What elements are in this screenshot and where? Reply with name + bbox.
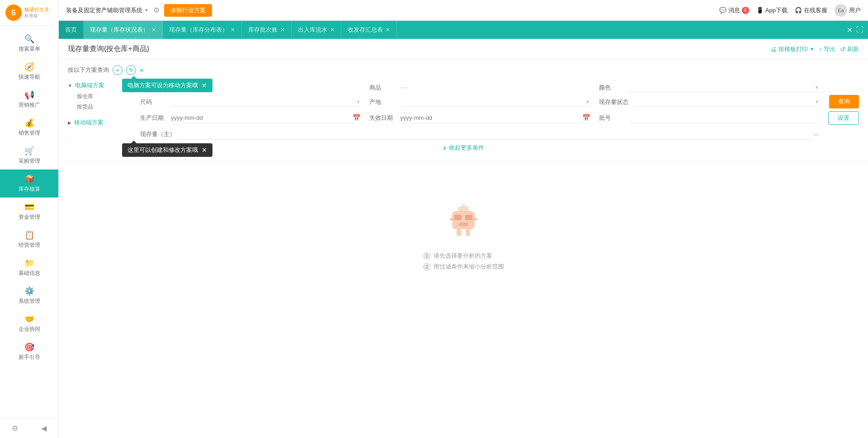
system-selector[interactable]: 装备及固定资产辅助管理系统 ▼ [66, 6, 149, 14]
tab-stock-status-close[interactable]: ✕ [151, 27, 156, 33]
print-label: 按模板打印 [778, 45, 808, 53]
export-action[interactable]: ↑ 导出 [819, 45, 835, 53]
size-select[interactable]: ▼ [171, 98, 360, 107]
stock-status-select[interactable]: ▼ [632, 98, 819, 107]
production-date-calendar-icon[interactable]: 📅 [353, 114, 360, 121]
system-dropdown-icon: ▼ [144, 8, 149, 13]
stock-main-dash: — [813, 131, 819, 138]
online-support-action[interactable]: 🎧 在线客服 [795, 6, 827, 14]
header-left: 装备及固定资产辅助管理系统 ▼ ⚙ 体验行业方案 [66, 4, 212, 17]
print-action[interactable]: 🖨 按模板打印 ▼ [770, 45, 814, 53]
user-action[interactable]: Ea 用户 [835, 4, 861, 17]
sidebar-item-inventory[interactable]: 📦 库存核算 [0, 170, 58, 198]
empty-tip-2: 2 用过滤条件来缩小分析范围 [423, 263, 504, 271]
scheme-tree: ▼ 电脑端方案 按仓库 按货品 [68, 80, 131, 112]
tab-flow[interactable]: 出入库流水 ✕ [292, 21, 341, 39]
svg-rect-1 [454, 215, 462, 220]
goods-dots[interactable]: ··· [400, 84, 409, 92]
logo-area: 6 畅通好生意 标准版 [0, 0, 58, 26]
system-name-label: 装备及固定资产辅助管理系统 [66, 6, 142, 14]
refresh-action[interactable]: ↺ 刷新 [840, 45, 859, 53]
tab-stock-status[interactable]: 现存量（库存状况表） ✕ [84, 21, 163, 39]
main-content: 现存量查询(按仓库+商品) 🖨 按模板打印 ▼ ↑ 导出 ↺ 刷新 [59, 39, 868, 438]
stock-main-min-input[interactable] [179, 129, 811, 140]
sidebar-item-guide[interactable]: 🎯 新手引导 [0, 338, 58, 366]
production-date-input[interactable] [171, 114, 353, 121]
svg-rect-0 [452, 211, 475, 229]
back-scheme-button[interactable]: « [140, 66, 144, 74]
avatar: Ea [835, 4, 847, 17]
tab-batch-close[interactable]: ✕ [280, 27, 285, 33]
cycle-scheme-button[interactable]: ↻ [126, 65, 136, 75]
sidebar-item-system[interactable]: ⚙️ 系统管理 [0, 282, 58, 310]
filter-label: 按以下方案查询 [68, 66, 109, 74]
batch-no-input[interactable] [630, 113, 819, 123]
card-icon: 💳 [24, 202, 34, 212]
sidebar-item-marketing[interactable]: 📢 营销推广 [0, 85, 58, 113]
sub-item-goods[interactable]: 按货品 [77, 102, 131, 112]
trial-button[interactable]: 体验行业方案 [164, 4, 212, 17]
add-scheme-button[interactable]: + [113, 65, 123, 75]
sidebar-item-enterprise[interactable]: 🤝 企业协同 [0, 310, 58, 338]
tab-stock-dist[interactable]: 现存量（库存分布表） ✕ [163, 21, 242, 39]
tip-text-2: 用过滤条件来缩小分析范围 [434, 263, 504, 271]
collapse-sidebar-icon[interactable]: ◀ [41, 424, 47, 433]
sidebar-item-inventory-label: 库存核算 [19, 185, 40, 193]
sidebar: 6 畅通好生意 标准版 🔍 搜索菜单 🧭 快速导航 📢 营销推广 💰 销售管理 … [0, 0, 59, 438]
print-dropdown-icon: ▼ [810, 47, 814, 52]
sidebar-item-basicinfo[interactable]: 📁 基础信息 [0, 254, 58, 282]
tab-bar: 首页 现存量（库存状况表） ✕ 现存量（库存分布表） ✕ 库存批次账 ✕ 出入库… [59, 21, 868, 39]
tab-batch[interactable]: 库存批次账 ✕ [242, 21, 292, 39]
sub-item-warehouse[interactable]: 按仓库 [77, 91, 131, 102]
sidebar-item-system-label: 系统管理 [19, 297, 40, 305]
production-date-label: 生产日期 [140, 114, 167, 122]
expiry-date-input[interactable] [400, 114, 582, 121]
svg-rect-6 [457, 229, 461, 236]
logo-icon: 6 [5, 5, 22, 21]
empty-tip-1: 1 请先选择要分析的方案 [423, 252, 504, 260]
tab-fullscreen-icon[interactable]: ⛶ [856, 26, 863, 34]
sidebar-item-finance[interactable]: 💳 资金管理 [0, 198, 58, 226]
clipboard-icon: 📋 [24, 230, 34, 240]
svg-rect-7 [466, 229, 470, 236]
tab-stock-status-label: 现存量（库存状况表） [90, 26, 149, 34]
sidebar-item-operations[interactable]: 📋 经营管理 [0, 226, 58, 254]
goods-field: 商品 ··· [369, 83, 590, 92]
tab-stock-dist-close[interactable]: ✕ [231, 27, 235, 33]
tab-flow-label: 出入库流水 [298, 26, 327, 34]
tab-close-all-icon[interactable]: ✕ [847, 26, 853, 34]
edit-tooltip-close[interactable]: ✕ [202, 146, 207, 154]
tab-flow-close[interactable]: ✕ [330, 27, 335, 33]
avatar-text: Ea [838, 8, 844, 13]
content-area: 现存量查询(按仓库+商品) 🖨 按模板打印 ▼ ↑ 导出 ↺ 刷新 [59, 39, 868, 438]
tip-text-1: 请先选择要分析的方案 [434, 252, 492, 260]
folder-icon: 📁 [24, 258, 34, 268]
search-button[interactable]: 查询 [829, 95, 859, 108]
color-select[interactable]: ▼ [630, 83, 819, 92]
page-title-bar: 现存量查询(按仓库+商品) 🖨 按模板打印 ▼ ↑ 导出 ↺ 刷新 [59, 39, 868, 60]
reset-button[interactable]: 设置 [828, 111, 859, 125]
sidebar-item-purchase[interactable]: 🛒 采购管理 [0, 141, 58, 170]
app-download-action[interactable]: 📱 App下载 [756, 6, 788, 14]
mobile-arrow-icon: ▶ [68, 120, 71, 125]
filter-row-2: 尺码 ▼ 产地 ▼ [140, 98, 819, 107]
tab-summary-close[interactable]: ✕ [386, 27, 390, 33]
tab-home[interactable]: 首页 [59, 21, 84, 39]
settings-footer-icon[interactable]: ⚙ [12, 424, 18, 433]
expiry-date-input-wrap: 📅 [400, 112, 590, 123]
settings-icon[interactable]: ⚙ [153, 6, 160, 14]
scheme-tooltip-close[interactable]: ✕ [202, 82, 207, 89]
stock-status-dropdown-icon: ▼ [815, 99, 819, 104]
sidebar-item-sales-label: 销售管理 [19, 129, 40, 137]
desktop-scheme-item[interactable]: ▼ 电脑端方案 [68, 80, 131, 91]
tab-summary[interactable]: 收发存汇总表 ✕ [341, 21, 397, 39]
origin-select[interactable]: ▼ [400, 98, 590, 107]
message-badge: 6 [742, 7, 749, 14]
mobile-scheme-item[interactable]: ▶ 移动端方案 [68, 117, 131, 128]
sidebar-item-quicknav[interactable]: 🧭 快速导航 [0, 57, 58, 85]
edit-tooltip-text: 这里可以创建和修改方案哦 [127, 146, 198, 154]
sidebar-item-search[interactable]: 🔍 搜索菜单 [0, 29, 58, 57]
expiry-date-calendar-icon[interactable]: 📅 [582, 114, 590, 121]
sidebar-item-sales[interactable]: 💰 销售管理 [0, 113, 58, 141]
messages-action[interactable]: 💬 消息 6 [719, 6, 749, 14]
